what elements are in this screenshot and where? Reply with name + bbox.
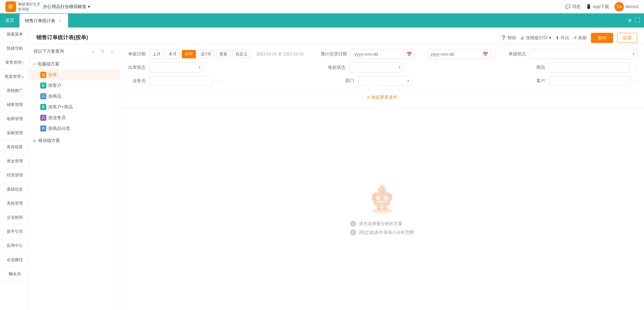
tab-sales-stats[interactable]: 销售订单统计表 × <box>19 14 68 28</box>
empty-illustration <box>365 182 399 217</box>
sidebar-item-inventory[interactable]: 库存核算 <box>0 140 29 154</box>
scheme-icon-order: 按 <box>40 72 46 78</box>
tab-close-icon[interactable]: × <box>57 18 63 23</box>
date-btn-this-month[interactable]: 本月 <box>166 50 180 58</box>
sidebar-item-purchase[interactable]: 采购管理 <box>0 126 29 140</box>
svg-rect-5 <box>372 194 375 201</box>
tree-item-by-customer[interactable]: 客 按客户 <box>30 80 120 91</box>
logo-area: 好 畅捷通好生意 标准版 <box>5 1 40 12</box>
settings-button[interactable]: 设置 <box>617 33 637 43</box>
sidebar-item-wechat[interactable]: 企业微信 <box>0 253 29 267</box>
avatar: Ea <box>614 2 624 11</box>
content-body: 按以下方案查询 + ✎ « ▾ 电脑端方案 按 按单 客 按客户 <box>30 44 644 310</box>
dept-wrapper <box>358 76 412 86</box>
empty-state: 1 请先选择要分析的方案 2 用[过滤]条件来缩小分析范围 <box>120 107 644 310</box>
sidebar-item-wholesale[interactable]: 批发管理 ▲ <box>0 70 29 84</box>
tab-bar-actions: ✕ ⛶ <box>628 17 644 24</box>
left-panel: 按以下方案查询 + ✎ « ▾ 电脑端方案 按 按单 客 按客户 <box>30 44 120 310</box>
sidebar-item-finance[interactable]: 资金管理 <box>0 154 29 168</box>
sidebar-item-basic[interactable]: 基础信息 <box>0 183 29 197</box>
status-select-wrapper <box>530 49 637 59</box>
receipt-status-select[interactable] <box>350 62 403 72</box>
customer-dots[interactable]: ··· <box>634 79 637 84</box>
app-download-button[interactable]: 📱 App下载 <box>586 4 609 10</box>
tree-caret-pc: ▾ <box>34 62 36 66</box>
right-content: 单据日期 上月 本月 本年 近7天 更多 自定义 2023-01-01 至 20… <box>120 44 644 310</box>
expected-date-end-wrapper: 📅 <box>427 49 491 59</box>
sidebar-item-marketing[interactable]: 营销推广 <box>0 84 29 98</box>
maximize-window-icon[interactable]: ⛶ <box>635 17 640 23</box>
sidebar-item-enterprise[interactable]: 企业协同 <box>0 211 29 225</box>
tree-item-by-salesperson[interactable]: 员 按业务员 <box>30 112 120 123</box>
svg-rect-4 <box>377 201 387 202</box>
collapse-button[interactable]: ∧ 收起更多条件 <box>127 92 637 102</box>
add-scheme-button[interactable]: + <box>90 48 97 55</box>
date-btn-7days[interactable]: 近7天 <box>198 50 214 58</box>
sidebar-item-operations[interactable]: 经营管理 <box>0 168 29 183</box>
tree-item-by-category[interactable]: 类 按商品分类 <box>30 123 120 134</box>
dept-select[interactable] <box>358 76 412 86</box>
salesperson-input[interactable] <box>150 76 213 86</box>
date-btn-last-month[interactable]: 上月 <box>150 50 164 58</box>
sidebar-item-sales[interactable]: 销售管理 <box>0 98 29 112</box>
date-btn-more[interactable]: 更多 <box>216 50 230 58</box>
filter-row-2: 出库状态 收款状态 <box>127 62 637 72</box>
expected-date-end[interactable] <box>427 49 491 59</box>
help-button[interactable]: ❓ 帮助 <box>501 35 516 41</box>
empty-tip-2: 2 用[过滤]条件来缩小分析范围 <box>350 229 414 236</box>
tree-item-by-customer-goods[interactable]: 客 按客户+商品 <box>30 102 120 112</box>
date-btn-this-year[interactable]: 本年 <box>182 50 196 58</box>
app-title-dropdown[interactable]: 办公用品行业模拟账套 ▾ <box>43 4 90 10</box>
goods-input[interactable] <box>549 62 630 72</box>
edit-scheme-button[interactable]: ✎ <box>99 48 106 55</box>
tree-section-pc[interactable]: ▾ 电脑端方案 <box>30 59 120 69</box>
export-icon: ⬆ <box>555 35 559 40</box>
status-select[interactable] <box>530 49 637 59</box>
sidebar-item-newbie[interactable]: 新手引导 <box>0 225 29 239</box>
date-buttons: 上月 本月 本年 近7天 更多 自定义 <box>150 50 251 58</box>
left-panel-header: 按以下方案查询 + ✎ « <box>30 44 120 59</box>
out-status-wrapper <box>150 62 203 72</box>
date-btn-custom[interactable]: 自定义 <box>232 50 251 58</box>
salesperson-label: 业务员 <box>127 78 146 84</box>
top-bar: 好 畅捷通好生意 标准版 办公用品行业模拟账套 ▾ 💬 消息 📱 App下载 E… <box>0 0 644 13</box>
tree-caret-mobile: ▶ <box>34 139 36 143</box>
expected-date-start[interactable] <box>351 49 415 59</box>
tree-section-mobile[interactable]: ▶ 移动端方案 <box>30 135 120 146</box>
close-window-icon[interactable]: ✕ <box>628 17 632 24</box>
svg-rect-3 <box>384 196 388 200</box>
top-bar-left: 好 畅捷通好生意 标准版 办公用品行业模拟账套 ▾ <box>5 1 90 12</box>
svg-rect-1 <box>374 192 390 206</box>
collapse-panel-button[interactable]: « <box>108 48 116 55</box>
sidebar-item-retail[interactable]: 零售管理 ▾ <box>0 56 29 70</box>
scheme-icon-category: 类 <box>40 125 46 132</box>
goods-dots[interactable]: ··· <box>634 65 637 70</box>
collapse-row: ∧ 收起更多条件 <box>127 89 637 102</box>
print-icon: 🖨 <box>520 35 525 40</box>
sidebar-item-system[interactable]: 系统管理 <box>0 197 29 211</box>
date-label: 单据日期 <box>127 51 146 57</box>
out-status-select[interactable] <box>150 62 203 72</box>
query-button[interactable]: 查询 <box>591 33 613 43</box>
sidebar-item-ecommerce[interactable]: 电商管理 <box>0 112 29 126</box>
tree-item-by-goods[interactable]: 品 按商品 <box>30 91 120 102</box>
goods-label: 商品 <box>526 64 545 70</box>
tab-home[interactable]: 首页 <box>0 13 19 28</box>
print-button[interactable]: 🖨 按模板打印 ▾ <box>520 35 551 41</box>
salesperson-dots[interactable]: ··· <box>217 79 221 84</box>
tip-num-2: 2 <box>350 229 356 236</box>
sidebar-item-member[interactable]: 畅会员 <box>0 267 29 281</box>
filter-row-1: 单据日期 上月 本月 本年 近7天 更多 自定义 2023-01-01 至 20… <box>127 49 637 59</box>
tree-item-by-order[interactable]: 按 按单 <box>30 69 120 80</box>
sidebar-search[interactable]: 搜索菜单 <box>0 28 29 42</box>
sidebar-quick-nav[interactable]: 快捷导航 <box>0 42 29 56</box>
retail-arrow-icon: ▾ <box>22 61 24 64</box>
customer-input[interactable] <box>549 76 630 86</box>
receipt-status-label: 收款状态 <box>327 64 345 70</box>
sidebar-item-appstore[interactable]: 应用中心 <box>0 239 29 253</box>
export-button[interactable]: ⬆ 导出 <box>555 35 569 41</box>
user-menu[interactable]: Ea demo2 <box>614 2 639 11</box>
scheme-icon-customer: 客 <box>40 83 46 89</box>
refresh-button[interactable]: ↺ 刷新 <box>573 35 587 41</box>
message-button[interactable]: 💬 消息 <box>565 4 581 10</box>
